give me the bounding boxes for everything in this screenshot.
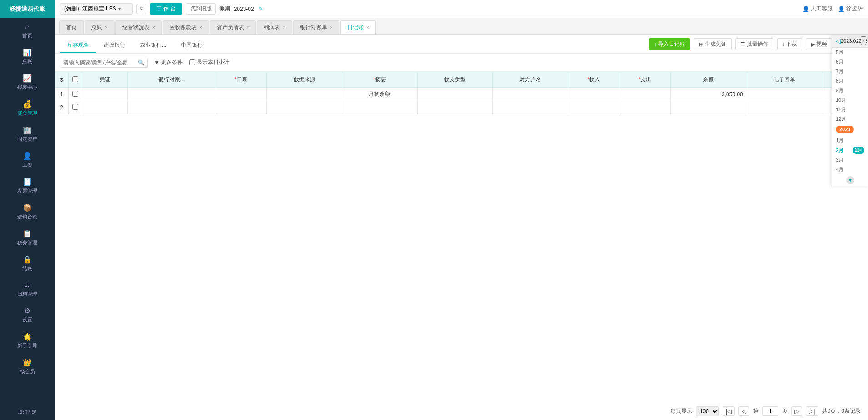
date-month-12[interactable]: 12月 [832,114,868,124]
sidebar-label-settings: 设置 [22,316,32,323]
tab-profit[interactable]: 利润表 × [257,20,292,34]
sidebar-label-finance: 资金管理 [17,110,37,117]
period-edit-icon[interactable]: ✎ [259,6,263,12]
tab-receivables-close[interactable]: × [200,25,202,30]
table-body: 1 月初余额 3,050.00 [55,88,868,114]
sidebar-item-tax[interactable]: 📋 税务管理 [0,225,55,251]
sidebar-label-ledger: 总账 [22,58,32,65]
row1-checkbox[interactable] [69,88,82,101]
import-journal-button[interactable]: ↑ 导入日记账 [649,38,690,50]
search-input[interactable] [63,59,136,66]
tab-receivables[interactable]: 应收账款表 × [163,20,209,34]
tab-journal-close[interactable]: × [366,25,369,30]
row1-electronic [747,88,822,101]
date-prev-arrow[interactable]: ◁ [836,37,841,44]
show-daily-checkbox[interactable] [189,59,195,65]
col-settings[interactable]: ⚙ [55,72,69,88]
next-page-button[interactable]: ▷ [791,406,802,416]
sidebar-item-closing[interactable]: 🔒 结账 [0,251,55,277]
tab-journal-label: 日记账 [347,24,364,31]
row2-income [568,101,619,114]
tab-bank-close[interactable]: × [330,25,333,30]
sub-tab-abc[interactable]: 农业银行... [133,39,174,53]
date-month-10[interactable]: 10月 [832,95,868,105]
sidebar-collapse[interactable]: 取消固定 [0,405,55,420]
row1-seq: 1 [55,88,69,101]
sidebar-item-guide[interactable]: 🌟 新手引导 [0,328,55,354]
date-header-left: 2023.02 [841,38,859,44]
tab-profit-close[interactable]: × [283,25,285,30]
sidebar-item-reports[interactable]: 📈 报表中心 [0,69,55,95]
sidebar-item-assets[interactable]: 🏢 固定资产 [0,121,55,147]
date-month-11[interactable]: 11月 [832,105,868,114]
batch-operation-button[interactable]: ☰ 批量操作 [735,38,773,50]
sidebar-item-archive[interactable]: 🗂 归档管理 [0,277,55,302]
company-selector[interactable]: (勿删）江西粮宝-LSS ▾ [60,3,133,15]
video-button[interactable]: ▶ 视频 [806,38,832,50]
sidebar-item-finance[interactable]: 💰 资金管理 [0,95,55,121]
row2-balance [671,101,747,114]
date-2023-month-1[interactable]: 1月 [832,136,868,145]
old-version-button[interactable]: 切到旧版 [186,3,216,15]
date-2023-month-4[interactable]: 4月 [832,165,868,174]
filter-icon: ▼ [154,59,160,66]
prev-page-button[interactable]: ◁ [738,406,749,416]
company-name: (勿删）江西粮宝-LSS [64,5,116,13]
batch-label: 批量操作 [747,40,768,48]
sidebar-item-salary[interactable]: 👤 工资 [0,147,55,173]
workspace-button[interactable]: 工 作 台 [150,3,182,15]
tab-home[interactable]: 首页 [59,20,84,34]
row2-checkbox[interactable] [69,101,82,114]
video-icon: ▶ [811,41,815,48]
sidebar-item-member[interactable]: 👑 畅会员 [0,354,55,380]
sidebar-item-invoice[interactable]: 🧾 发票管理 [0,173,55,199]
tab-home-label: 首页 [66,24,77,31]
tab-assets-close[interactable]: × [247,25,249,30]
date-month-6[interactable]: 6月 [832,57,868,67]
copy-button[interactable]: ⎘ [136,4,146,14]
sub-tab-ccb[interactable]: 建设银行 [96,39,133,53]
per-page-label: 每页显示 [670,407,692,415]
tab-assets[interactable]: 资产负债表 × [210,20,256,34]
sidebar-item-ledger[interactable]: 📊 总账 [0,44,55,69]
tab-journal[interactable]: 日记账 × [340,20,376,34]
date-2023-month-2[interactable]: 2月 2月 [832,145,868,155]
first-page-button[interactable]: |◁ [723,406,735,416]
tab-management[interactable]: 经营状况表 × [115,20,162,34]
search-icon[interactable]: 🔍 [138,59,145,66]
tab-ledger[interactable]: 总账 × [85,20,115,34]
download-button[interactable]: ↓ 下载 [777,38,802,50]
guide-icon: 🌟 [23,332,32,341]
sub-tab-cash[interactable]: 库存现金 [60,39,96,53]
tab-bank[interactable]: 银行对账单 × [293,20,339,34]
date-month-8[interactable]: 8月 [832,76,868,86]
month-2023-1-label: 1月 [836,137,843,144]
date-picker-close-button[interactable]: × [861,36,866,45]
date-scroll-down[interactable]: ▾ [846,176,854,184]
date-month-5[interactable]: 5月 [832,48,868,57]
page-input[interactable] [762,406,778,416]
tab-ledger-close[interactable]: × [105,25,108,30]
sidebar-label-closing: 结账 [22,265,32,272]
select-all-checkbox[interactable] [72,76,78,82]
user-profile[interactable]: 👤 徐运华 [838,5,863,13]
filter-label: 更多条件 [161,59,183,66]
row1-income [568,88,619,101]
sidebar-item-settings[interactable]: ⚙ 设置 [0,302,55,328]
generate-voucher-button[interactable]: ⊞ 生成凭证 [694,38,732,50]
show-daily-label[interactable]: 显示本日小计 [189,59,229,66]
date-month-9[interactable]: 9月 [832,86,868,95]
tab-management-close[interactable]: × [152,25,155,30]
assets-icon: 🏢 [23,126,32,134]
service-label: 人工客服 [811,5,833,13]
filter-button[interactable]: ▼ 更多条件 [151,57,185,68]
date-2023-month-3[interactable]: 3月 [832,155,868,165]
sidebar-item-home[interactable]: ⌂ 首页 [0,18,55,44]
user-service[interactable]: 👤 人工客服 [803,5,833,13]
sidebar-label-invoice: 发票管理 [17,188,37,194]
last-page-button[interactable]: ▷| [806,406,818,416]
date-month-7[interactable]: 7月 [832,67,868,76]
per-page-select[interactable]: 100 50 200 [696,406,719,416]
sub-tab-boc[interactable]: 中国银行 [174,39,210,53]
sidebar-item-purchase-sale[interactable]: 📦 进销台账 [0,199,55,225]
